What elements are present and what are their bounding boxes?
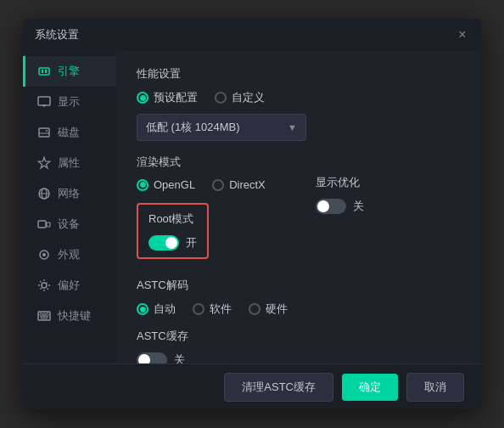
sidebar-label-props: 属性 <box>58 155 80 171</box>
svg-rect-0 <box>39 68 49 75</box>
display-opt-knob <box>317 200 329 212</box>
svg-rect-12 <box>38 221 46 228</box>
cancel-button[interactable]: 取消 <box>406 373 464 402</box>
sidebar-item-devices[interactable]: 设备 <box>23 209 116 239</box>
sidebar-label-shortcuts: 快捷键 <box>58 308 91 324</box>
close-button[interactable]: × <box>456 28 469 42</box>
sidebar-label-display: 显示 <box>58 94 80 110</box>
astc-cache-knob <box>138 354 150 363</box>
root-toggle-knob <box>165 237 177 249</box>
svg-point-15 <box>42 253 46 256</box>
sidebar-label-disk: 磁盘 <box>58 125 80 140</box>
sidebar-item-network[interactable]: 网络 <box>23 178 116 209</box>
astc-decode-title: ASTC解码 <box>137 278 461 293</box>
main-panel: 性能设置 预设配置 自定义 低配 (1核 1024MB) ▼ <box>116 51 481 363</box>
sidebar-item-prefs[interactable]: 偏好 <box>23 270 116 301</box>
svg-rect-3 <box>38 97 50 105</box>
svg-rect-21 <box>41 317 48 318</box>
astc-auto-label: 自动 <box>154 301 176 317</box>
display-opt-label: 关 <box>353 199 364 214</box>
confirm-button[interactable]: 确定 <box>342 374 398 401</box>
sidebar-item-display[interactable]: 显示 <box>23 87 116 117</box>
astc-cache-title: ASTC缓存 <box>137 329 461 344</box>
display-opt-col: 显示优化 关 <box>316 155 461 226</box>
sidebar-label-network: 网络 <box>58 186 80 201</box>
clear-astc-button[interactable]: 清理ASTC缓存 <box>224 373 333 402</box>
astc-auto-radio[interactable]: 自动 <box>137 301 176 317</box>
svg-point-16 <box>42 283 47 288</box>
astc-sw-label: 软件 <box>210 301 232 317</box>
footer: 清理ASTC缓存 确定 取消 <box>23 363 481 409</box>
root-toggle-label: 开 <box>186 235 197 251</box>
perf-preset-circle <box>137 92 148 104</box>
prefs-icon <box>37 279 51 292</box>
astc-cache-toggle-row: 关 <box>137 352 461 363</box>
perf-custom-radio[interactable]: 自定义 <box>215 90 265 105</box>
astc-cache-section: ASTC缓存 关 <box>137 329 461 363</box>
shortcuts-icon <box>37 309 51 323</box>
perf-preset-radio[interactable]: 预设配置 <box>137 90 198 105</box>
perf-title: 性能设置 <box>137 66 461 82</box>
perf-dropdown-value: 低配 (1核 1024MB) <box>146 120 240 135</box>
sidebar: 引擎 显示 <box>23 51 116 363</box>
appearance-icon <box>37 248 51 262</box>
sidebar-label-engine: 引擎 <box>58 64 80 79</box>
directx-label: DirectX <box>229 178 266 191</box>
opengl-label: OpenGL <box>154 178 195 191</box>
astc-cache-label: 关 <box>174 352 185 363</box>
display-icon <box>37 95 51 109</box>
dropdown-arrow-icon: ▼ <box>288 122 297 132</box>
svg-rect-2 <box>45 70 47 73</box>
sidebar-item-engine[interactable]: 引擎 <box>23 56 116 87</box>
sidebar-item-disk[interactable]: 磁盘 <box>23 117 116 148</box>
root-toggle[interactable] <box>148 235 179 251</box>
engine-icon <box>37 65 51 78</box>
svg-rect-1 <box>42 70 43 73</box>
content-area: 引擎 显示 <box>23 51 481 363</box>
title-bar: 系统设置 × <box>23 19 481 51</box>
sidebar-label-prefs: 偏好 <box>58 278 80 293</box>
perf-dropdown-row: 低配 (1核 1024MB) ▼ <box>137 114 461 141</box>
devices-icon <box>37 217 51 231</box>
render-root-row: 渲染模式 OpenGL DirectX <box>137 155 461 269</box>
root-toggle-row: 开 <box>148 235 197 251</box>
astc-hw-circle <box>249 303 260 315</box>
display-opt-toggle-row: 关 <box>316 199 461 214</box>
astc-auto-circle <box>137 303 148 315</box>
svg-rect-20 <box>46 313 48 316</box>
sidebar-item-props[interactable]: 属性 <box>23 148 116 178</box>
astc-cache-toggle[interactable] <box>137 352 167 363</box>
astc-sw-radio[interactable]: 软件 <box>193 301 232 317</box>
astc-hw-radio[interactable]: 硬件 <box>249 301 288 317</box>
display-opt-title: 显示优化 <box>316 175 461 190</box>
svg-rect-6 <box>39 128 49 137</box>
astc-hw-label: 硬件 <box>266 301 288 317</box>
svg-rect-18 <box>40 313 42 316</box>
perf-radio-group: 预设配置 自定义 <box>137 90 461 105</box>
perf-custom-circle <box>215 92 227 104</box>
disk-icon <box>37 126 51 139</box>
sidebar-item-appearance[interactable]: 外观 <box>23 239 116 270</box>
opengl-radio[interactable]: OpenGL <box>137 178 195 191</box>
display-opt-section: 显示优化 关 <box>316 175 461 214</box>
opengl-circle <box>137 179 148 191</box>
render-col: 渲染模式 OpenGL DirectX <box>137 155 282 269</box>
directx-radio[interactable]: DirectX <box>212 178 266 191</box>
sidebar-label-appearance: 外观 <box>58 247 80 262</box>
perf-section: 性能设置 预设配置 自定义 低配 (1核 1024MB) ▼ <box>137 66 461 141</box>
system-settings-dialog: 系统设置 × 引擎 <box>23 19 481 409</box>
display-opt-toggle[interactable] <box>316 199 346 214</box>
render-radio-group: OpenGL DirectX <box>137 178 282 191</box>
render-section: 渲染模式 OpenGL DirectX <box>137 155 282 191</box>
astc-decode-radio-group: 自动 软件 硬件 <box>137 301 461 317</box>
perf-dropdown[interactable]: 低配 (1核 1024MB) ▼ <box>137 114 306 141</box>
sidebar-item-shortcuts[interactable]: 快捷键 <box>23 301 116 331</box>
directx-circle <box>212 179 224 191</box>
dialog-title: 系统设置 <box>35 27 79 42</box>
root-section-box: Root模式 开 <box>137 203 209 259</box>
astc-sw-circle <box>193 303 204 315</box>
props-icon <box>37 156 51 170</box>
render-title: 渲染模式 <box>137 155 282 170</box>
perf-preset-label: 预设配置 <box>154 90 198 105</box>
svg-point-8 <box>46 130 48 132</box>
